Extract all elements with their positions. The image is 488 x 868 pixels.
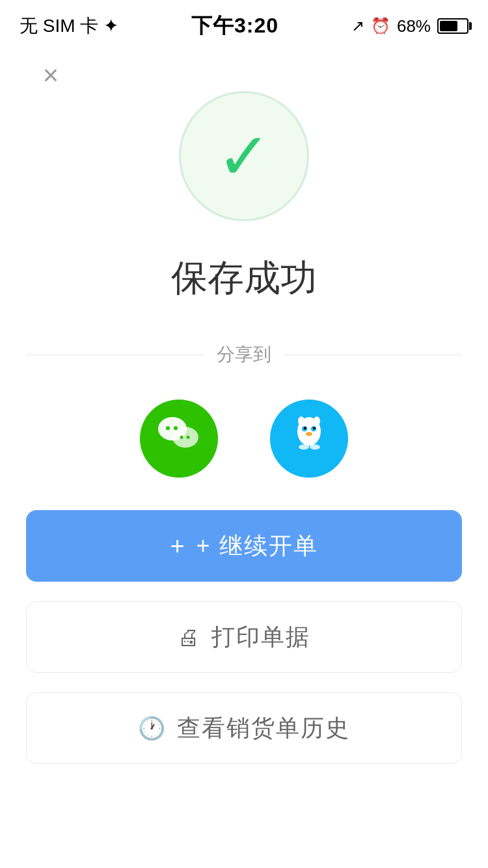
continue-label: + 继续开单: [197, 530, 318, 562]
share-label: 分享到: [217, 342, 271, 367]
divider-left: [26, 355, 204, 355]
plus-icon: +: [170, 532, 184, 560]
status-left: 无 SIM 卡 ✦: [20, 14, 118, 38]
print-button[interactable]: 🖨 打印单据: [26, 601, 462, 673]
svg-point-13: [314, 416, 320, 426]
wechat-icon: [156, 414, 202, 463]
success-circle: ✓: [179, 91, 309, 221]
qq-icon: [288, 413, 331, 465]
alarm-icon: ⏰: [371, 17, 390, 35]
svg-point-10: [313, 427, 316, 429]
success-title: 保存成功: [171, 254, 317, 303]
svg-point-2: [166, 426, 170, 430]
wechat-share-button[interactable]: [140, 400, 218, 478]
battery-percent: 68%: [397, 16, 431, 36]
share-section: 分享到: [0, 342, 488, 478]
svg-point-14: [299, 444, 309, 450]
history-label: 查看销货单历史: [177, 712, 350, 744]
battery-fill: [440, 21, 457, 31]
history-button[interactable]: 🕐 查看销货单历史: [26, 692, 462, 764]
checkmark-icon: ✓: [217, 124, 271, 189]
svg-point-15: [310, 444, 320, 450]
share-divider: 分享到: [26, 342, 462, 367]
qq-share-button[interactable]: [270, 400, 348, 478]
actions-section: + + 继续开单 🖨 打印单据 🕐 查看销货单历史: [0, 510, 488, 764]
printer-icon: 🖨: [178, 625, 200, 650]
status-right: ↗ ⏰ 68%: [351, 16, 468, 36]
divider-right: [284, 355, 462, 355]
svg-point-3: [174, 426, 178, 430]
close-button[interactable]: ×: [33, 57, 69, 94]
print-label: 打印单据: [211, 621, 310, 653]
battery-icon: [437, 18, 468, 34]
svg-point-5: [187, 436, 190, 439]
close-icon: ×: [43, 62, 59, 89]
svg-point-12: [298, 416, 305, 426]
continue-button[interactable]: + + 继续开单: [26, 510, 462, 582]
status-bar: 无 SIM 卡 ✦ 下午3:20 ↗ ⏰ 68%: [0, 0, 488, 52]
sim-status: 无 SIM 卡 ✦: [20, 14, 118, 38]
main-content: ✓ 保存成功 分享到: [0, 52, 488, 764]
share-icons: [26, 400, 462, 478]
svg-point-11: [306, 432, 312, 436]
location-icon: ↗: [351, 17, 364, 35]
status-time: 下午3:20: [191, 12, 278, 40]
clock-icon: 🕐: [138, 715, 165, 741]
svg-point-4: [180, 436, 183, 439]
svg-point-9: [304, 427, 306, 429]
